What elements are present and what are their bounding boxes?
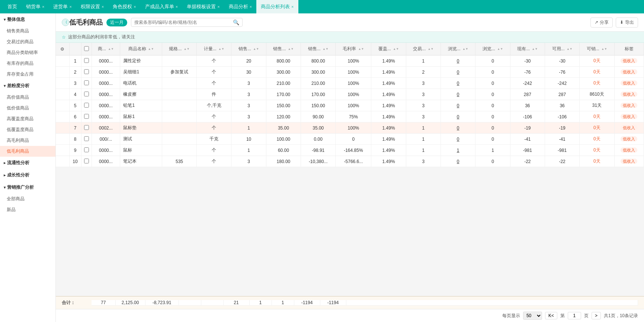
sort-icon[interactable]: ▲▼ <box>462 47 468 51</box>
close-icon[interactable]: × <box>217 4 220 9</box>
next-page-button[interactable]: > <box>592 312 601 319</box>
row-name[interactable]: 测试 <box>120 134 162 145</box>
col-spec-header[interactable]: 规格... ▲▼ <box>162 43 196 55</box>
row-select-checkbox[interactable] <box>84 125 89 130</box>
row-name[interactable]: 鼠标1 <box>120 111 162 122</box>
sidebar-item-high-margin[interactable]: 高毛利商品 <box>0 135 55 146</box>
sort-icon[interactable]: ▲▼ <box>108 47 114 51</box>
row-select-checkbox[interactable] <box>84 159 89 163</box>
row-name[interactable]: 电话机 <box>120 78 162 89</box>
col-views1-header[interactable]: 浏览... ▲▼ <box>441 43 475 55</box>
nav-template-settings[interactable]: 单据模板设置 × <box>182 0 224 13</box>
sidebar-item-high-coverage[interactable]: 高覆盖度商品 <box>0 114 55 124</box>
sort-icon[interactable]: ▲▼ <box>218 47 224 51</box>
row-select-checkbox[interactable] <box>84 80 89 85</box>
time-filter-badge[interactable]: 近一月 <box>106 19 127 26</box>
row-checkbox[interactable] <box>81 156 92 167</box>
sidebar-item-stocked-goods[interactable]: 有库存的商品 <box>0 58 55 69</box>
row-select-checkbox[interactable] <box>84 58 89 63</box>
sort-icon[interactable]: ▲▼ <box>497 47 503 51</box>
nav-product-entry[interactable]: 产成品入库单 × <box>141 0 182 13</box>
close-icon[interactable]: × <box>102 4 104 9</box>
sidebar-group-overall[interactable]: ▾ 整体信息 <box>0 13 55 26</box>
close-icon[interactable]: × <box>176 4 178 9</box>
page-number-input[interactable] <box>568 312 581 319</box>
col-tag-header[interactable]: 标签 <box>614 43 644 55</box>
sort-icon[interactable]: ▲▼ <box>428 47 434 51</box>
sidebar-item-low-coverage[interactable]: 低覆盖度商品 <box>0 124 55 135</box>
sort-icon[interactable]: ▲▼ <box>532 47 538 51</box>
col-sales-price-header[interactable]: 销售... ▲▼ <box>266 43 301 55</box>
col-sales-qty-header[interactable]: 销售... ▲▼ <box>231 43 266 55</box>
col-transactions-header[interactable]: 交易... ▲▼ <box>406 43 440 55</box>
col-sellable-days-header[interactable]: 可销... ▲▼ <box>580 43 614 55</box>
row-name[interactable]: 鼠标 <box>120 145 162 156</box>
row-select-checkbox[interactable] <box>84 147 89 152</box>
export-button[interactable]: ⬇ 导出 <box>616 17 638 28</box>
row-checkbox[interactable] <box>81 145 92 156</box>
sidebar-item-low-value[interactable]: 低价值商品 <box>0 103 55 114</box>
row-select-checkbox[interactable] <box>84 92 89 96</box>
sort-icon[interactable]: ▲▼ <box>184 47 190 51</box>
sidebar-group-liquidity[interactable]: ▸ 流通性分析 <box>0 157 55 169</box>
sort-icon[interactable]: ▲▼ <box>288 47 294 51</box>
select-all-checkbox[interactable] <box>84 46 89 51</box>
nav-product-analysis-list[interactable]: 商品分析列表 × <box>256 0 298 13</box>
close-icon[interactable]: × <box>42 4 44 9</box>
sidebar-group-marketing[interactable]: ▾ 营销推广分析 <box>0 181 55 194</box>
row-checkbox[interactable] <box>81 122 92 134</box>
col-current-stock-header[interactable]: 现有... ▲▼ <box>510 43 545 55</box>
page-size-select[interactable]: 50 100 200 <box>523 312 542 320</box>
row-checkbox[interactable] <box>81 67 92 78</box>
nav-product-analysis[interactable]: 商品分析 × <box>224 0 256 13</box>
prev-page-button[interactable]: K< <box>545 312 557 319</box>
sidebar-item-category-sales-rate[interactable]: 商品分类助销率 <box>0 47 55 58</box>
row-name[interactable]: 属性定价 <box>120 55 162 67</box>
sort-icon[interactable]: ▲▼ <box>567 47 573 51</box>
row-name[interactable]: 鼠标垫 <box>120 122 162 134</box>
nav-role-auth[interactable]: 角色授权 × <box>108 0 140 13</box>
sidebar-item-stock-capital[interactable]: 库存资金占用 <box>0 69 55 80</box>
row-name[interactable]: 吴细细1 <box>120 67 162 78</box>
sidebar-item-traded-goods[interactable]: 交易过的商品 <box>0 36 55 47</box>
close-icon[interactable]: × <box>69 4 71 9</box>
col-unit-header[interactable]: 计量... ▲▼ <box>197 43 231 55</box>
sort-icon[interactable]: ▲▼ <box>323 47 329 51</box>
close-icon[interactable]: × <box>250 4 252 9</box>
col-settings[interactable]: ⚙ <box>56 43 69 55</box>
row-name[interactable]: 铅笔1 <box>120 100 162 111</box>
nav-permission-settings[interactable]: 权限设置 × <box>76 0 108 13</box>
sidebar-group-growth[interactable]: ▸ 成长性分析 <box>0 169 55 181</box>
sidebar-group-abc-analysis[interactable]: ▾ 差粉度分析 <box>0 80 55 92</box>
row-checkbox[interactable] <box>81 78 92 89</box>
row-name[interactable]: 橡皮擦 <box>120 89 162 100</box>
row-select-checkbox[interactable] <box>84 114 89 119</box>
row-checkbox[interactable] <box>81 89 92 100</box>
sidebar-item-sales-goods[interactable]: 销售类商品 <box>0 26 55 36</box>
col-available-stock-header[interactable]: 可用... ▲▼ <box>545 43 579 55</box>
nav-purchase-order[interactable]: 进货单 × <box>49 0 76 13</box>
search-icon[interactable]: 🔍 <box>233 19 239 25</box>
sidebar-item-new-goods[interactable]: 新品 <box>0 204 55 215</box>
sidebar-collapse-button[interactable]: 《 <box>62 19 69 26</box>
row-name[interactable]: 笔记本 <box>120 156 162 167</box>
nav-home[interactable]: 首页 <box>3 0 22 13</box>
search-box[interactable]: 🔍 <box>131 18 243 27</box>
row-checkbox[interactable] <box>81 100 92 111</box>
sort-icon[interactable]: ▲▼ <box>393 47 399 51</box>
col-code-header[interactable]: 商... ▲▼ <box>92 43 120 55</box>
col-gross-margin-header[interactable]: 毛利率 ▲▼ <box>336 43 371 55</box>
row-checkbox[interactable] <box>81 55 92 67</box>
share-button[interactable]: ↗ 分享 <box>590 17 613 28</box>
sidebar-item-high-value[interactable]: 高价值商品 <box>0 92 55 103</box>
nav-sales-order[interactable]: 销货单 × <box>22 0 49 13</box>
sort-icon[interactable]: ▲▼ <box>358 47 364 51</box>
col-coverage-header[interactable]: 覆盖... ▲▼ <box>371 43 406 55</box>
row-select-checkbox[interactable] <box>84 136 89 141</box>
close-icon[interactable]: × <box>291 4 294 9</box>
row-select-checkbox[interactable] <box>84 69 89 74</box>
col-name-header[interactable]: 商品名称 ▲▼ <box>120 43 162 55</box>
search-input[interactable] <box>134 20 233 25</box>
row-checkbox[interactable] <box>81 111 92 122</box>
sidebar-item-all-goods[interactable]: 全部商品 <box>0 194 55 204</box>
